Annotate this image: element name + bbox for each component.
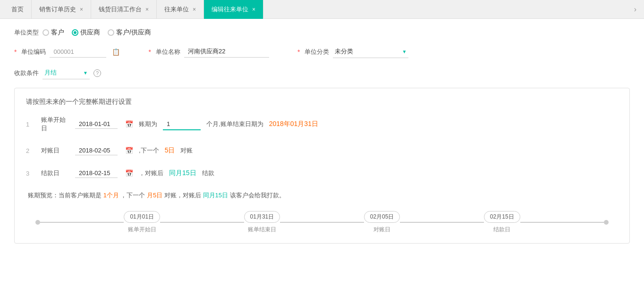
timeline-badge-1: 01月01日 — [124, 211, 160, 223]
unit-name-input[interactable] — [184, 46, 269, 58]
unit-code-group: * 单位编码 📋 — [14, 46, 120, 58]
radio-customer-label: 客户 — [51, 28, 64, 37]
period-payment-day-highlight: 同月15日 — [169, 169, 196, 177]
preview-part2: 月5日 — [147, 192, 162, 199]
tab-edit-partner-close[interactable]: × — [252, 6, 255, 13]
tab-cash-workbench-label: 钱货日清工作台 — [99, 5, 142, 14]
timeline-line-5 — [520, 222, 604, 223]
tab-partners-label: 往来单位 — [164, 5, 189, 14]
unit-code-label: 单位编码 — [21, 48, 46, 56]
radio-customer-supplier-label: 客户/供应商 — [116, 28, 151, 37]
period-card: 请按照未来的一个完整帐期进行设置 1 账单开始日 2018-01-01 📅 账期… — [14, 88, 630, 244]
unit-category-dropdown[interactable]: 未分类 ▼ — [333, 45, 408, 58]
period-row-2: 2 对账日 2018-02-05 📅 ,下一个 5日 对账 — [26, 146, 618, 155]
timeline-node-4: 02月15日 结款日 — [484, 211, 520, 234]
unit-type-radio-group: 客户 供应商 客户/供应商 — [42, 28, 151, 37]
radio-customer[interactable]: 客户 — [42, 28, 64, 37]
period-desc-2b: 对账 — [180, 146, 193, 155]
preview-section: 账期预览：当前客户账期是 1个月 ，下一个 月5日 对账，对账后 同月15日 该… — [26, 191, 618, 200]
unit-type-group: 单位类型 客户 供应商 客户/供应商 — [14, 28, 151, 37]
tab-cash-workbench[interactable]: 钱货日清工作台 × — [91, 0, 157, 19]
unit-category-arrow-icon: ▼ — [402, 49, 407, 54]
timeline-badge-2: 01月31日 — [244, 211, 280, 223]
timeline-line-4 — [400, 222, 483, 223]
period-desc-3b: 结款 — [202, 169, 214, 177]
payment-terms-row: 收款条件 月结 ▼ ? — [14, 67, 630, 79]
timeline-label-1: 账单开始日 — [128, 226, 156, 234]
tab-bar: 首页 销售订单历史 × 钱货日清工作台 × 往来单位 × 编辑往来单位 × › — [0, 0, 644, 19]
preview-part1: 1个月 — [103, 192, 119, 199]
tab-home-label: 首页 — [11, 5, 24, 14]
timeline-line-1 — [40, 222, 124, 223]
timeline-label-4: 结款日 — [493, 226, 510, 234]
period-desc-prefix-1: 账期为 — [139, 120, 157, 128]
tab-home[interactable]: 首页 — [4, 0, 32, 19]
tab-partners-close[interactable]: × — [193, 6, 196, 13]
payment-terms-arrow-icon: ▼ — [83, 70, 88, 76]
unit-code-icon[interactable]: 📋 — [112, 48, 120, 56]
radio-supplier-circle — [72, 29, 78, 36]
unit-category-group: * 单位分类 未分类 ▼ — [297, 45, 408, 58]
radio-customer-supplier-circle — [108, 29, 114, 36]
unit-type-row: 单位类型 客户 供应商 客户/供应商 — [14, 28, 630, 37]
tab-more-button[interactable]: › — [630, 5, 640, 14]
timeline-badge-3: 02月05日 — [364, 211, 400, 223]
payment-terms-group: 收款条件 月结 ▼ ? — [14, 67, 101, 79]
preview-suffix: 该客户会给我打款。 — [230, 192, 285, 199]
unit-category-required: * — [297, 48, 300, 56]
radio-customer-supplier[interactable]: 客户/供应商 — [108, 28, 151, 37]
unit-name-label: 单位名称 — [156, 48, 180, 56]
radio-customer-circle — [42, 29, 49, 36]
payment-terms-value: 月结 — [44, 68, 81, 77]
period-end-date-highlight: 2018年01月31日 — [269, 120, 318, 128]
period-desc-3a: ，对账后 — [139, 169, 163, 177]
tab-sales-history-close[interactable]: × — [80, 6, 83, 13]
timeline-label-3: 对账日 — [373, 226, 390, 234]
main-content: 单位类型 客户 供应商 客户/供应商 * 单位编码 — [0, 19, 644, 287]
period-num-1: 1 — [26, 121, 35, 128]
period-desc-2a: ,下一个 — [139, 146, 159, 155]
unit-info-row: * 单位编码 📋 * 单位名称 * 单位分类 未分类 ▼ — [14, 45, 630, 58]
timeline-wrapper: 01月01日 账单开始日 01月31日 账单结束日 02月05日 对账日 — [26, 211, 618, 234]
payment-terms-dropdown[interactable]: 月结 ▼ — [42, 67, 90, 79]
period-num-3: 3 — [26, 170, 35, 177]
timeline-badge-4: 02月15日 — [484, 211, 520, 223]
preview-connector1: ，下一个 — [120, 192, 145, 199]
timeline-node-2: 01月31日 账单结束日 — [244, 211, 280, 234]
period-value-input[interactable] — [163, 118, 201, 130]
timeline-line-2 — [160, 222, 244, 223]
payment-terms-help-icon[interactable]: ? — [93, 69, 101, 77]
unit-category-value: 未分类 — [335, 47, 400, 56]
period-desc-suffix-1: 个月,账单结束日期为 — [206, 120, 263, 128]
radio-supplier-label: 供应商 — [80, 28, 100, 37]
period-calendar-icon-1[interactable]: 📅 — [125, 120, 133, 128]
timeline-end-dot — [604, 220, 609, 225]
period-label-1: 账单开始日 — [41, 116, 69, 133]
preview-connector2: 对账，对账后 — [164, 192, 201, 199]
unit-type-label: 单位类型 — [14, 28, 39, 37]
unit-category-label: 单位分类 — [305, 48, 329, 56]
tab-edit-partner-label: 编辑往来单位 — [212, 5, 248, 14]
unit-name-group: * 单位名称 — [148, 46, 269, 58]
timeline: 01月01日 账单开始日 01月31日 账单结束日 02月05日 对账日 — [35, 211, 609, 234]
unit-name-required: * — [148, 48, 151, 56]
unit-code-required: * — [14, 48, 17, 56]
period-num-2: 2 — [26, 147, 35, 154]
period-calendar-icon-3[interactable]: 📅 — [125, 169, 133, 177]
radio-supplier[interactable]: 供应商 — [72, 28, 100, 37]
period-calendar-icon-2[interactable]: 📅 — [125, 147, 133, 154]
period-date-3: 2018-02-15 — [75, 169, 118, 178]
period-row-3: 3 结款日 2018-02-15 📅 ，对账后 同月15日 结款 — [26, 169, 618, 178]
tab-sales-history[interactable]: 销售订单历史 × — [32, 0, 91, 19]
timeline-label-2: 账单结束日 — [248, 226, 276, 234]
period-date-1: 2018-01-01 — [75, 119, 118, 129]
timeline-start-dot — [35, 220, 40, 225]
tab-cash-workbench-close[interactable]: × — [145, 6, 149, 13]
preview-part3: 同月15日 — [203, 192, 228, 199]
unit-code-input[interactable] — [50, 46, 106, 58]
preview-label: 账期预览：当前客户账期是 — [28, 192, 102, 199]
tab-sales-history-label: 销售订单历史 — [39, 5, 76, 14]
tab-edit-partner[interactable]: 编辑往来单位 × — [204, 0, 263, 19]
timeline-node-3: 02月05日 对账日 — [364, 211, 400, 234]
tab-partners[interactable]: 往来单位 × — [157, 0, 204, 19]
